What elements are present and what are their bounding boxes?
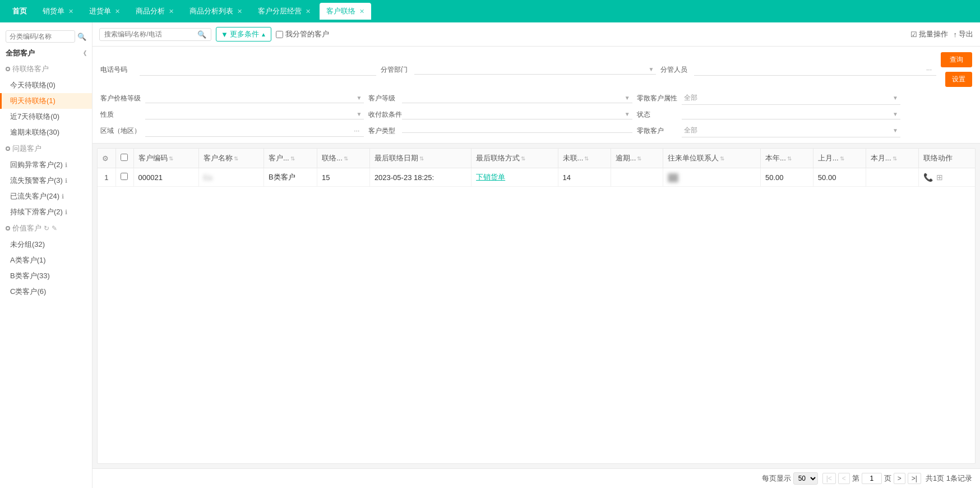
filter-customer-type: 客户类型 [368,126,632,136]
nav-product-list-close[interactable]: ✕ [237,8,242,15]
sidebar-item-class-c[interactable]: C类客户(6) [0,284,92,300]
table-row: 1 000021 Ea B类客户 15 2023-05-23 18:25: 下销… [98,168,975,187]
nav-product-analysis-close[interactable]: ✕ [169,8,174,15]
action-phone-icon[interactable]: 📞 [923,173,933,182]
last-page-btn[interactable]: >| [908,473,921,484]
search-input[interactable] [104,30,195,38]
nav-purchase-close[interactable]: ✕ [115,8,120,15]
customer-level-select[interactable]: ▼ [402,93,632,103]
filter-more-btn[interactable]: ▼ 更多条件 ▲ [216,27,271,42]
nav-purchase[interactable]: 进货单 ✕ [82,3,127,20]
sidebar-item-repurchase[interactable]: 回购异常客户(2) ℹ [0,157,92,173]
dept-select[interactable]: ▼ [414,65,657,75]
sidebar-item-churn-warning[interactable]: 流失预警客户(3) ℹ [0,173,92,188]
action-more-icon[interactable]: ⊞ [936,173,943,182]
sort-contacts-icon[interactable]: ⇅ [344,155,348,162]
page-input[interactable] [862,473,882,484]
retail-customer-select[interactable]: 全部 ▼ [682,124,900,137]
sort-year-icon[interactable]: ⇅ [787,155,792,162]
nav-product-analysis[interactable]: 商品分析 ✕ [129,3,181,20]
cell-this-month [866,168,918,187]
nav-customer-contact-close[interactable]: ✕ [359,8,364,15]
customer-type-input[interactable] [402,129,632,133]
first-page-btn[interactable]: |< [822,473,836,484]
cell-this-year: 50.00 [760,168,813,187]
sidebar-item-week-pending[interactable]: 近7天待联络(0) [0,109,92,125]
nav-sales[interactable]: 销货单 ✕ [36,3,80,20]
sort-method-icon[interactable]: ⇅ [521,155,525,162]
th-not-contacted: 未联...⇅ [558,149,611,168]
sort-name-icon[interactable]: ⇅ [234,155,238,162]
export-btn[interactable]: ↑ 导出 [954,29,974,39]
sidebar-all-customers[interactable]: 全部客户 《 [0,46,92,61]
sidebar-item-ungroup[interactable]: 未分组(32) [0,237,92,252]
nav-customer-tier[interactable]: 客户分层经营 ✕ [251,3,317,20]
sort-tm-icon[interactable]: ⇅ [893,155,897,162]
phone-input[interactable] [140,64,376,76]
sort-type-icon[interactable]: ⇅ [290,155,295,162]
cell-no: 1 [98,168,115,187]
payment-select[interactable]: ▼ [402,109,632,119]
export-icon: ↑ [954,30,958,39]
th-checkbox [115,149,133,168]
cell-last-month: 50.00 [813,168,866,187]
my-customers-check[interactable] [276,31,283,38]
filter-row-2: 客户价格等级 ▼ 客户等级 ▼ 零散客户属性 全部 [100,91,972,105]
sort-date-icon[interactable]: ⇅ [419,155,424,162]
nav-home[interactable]: 首页 [6,3,34,20]
retail-attr-select[interactable]: 全部 ▼ [682,91,900,105]
sidebar-search-area: 🔍 [0,27,92,46]
nav-customer-tier-close[interactable]: ✕ [306,8,311,15]
filter-icon: ▼ [221,30,228,39]
per-page-select[interactable]: 50 [793,472,818,485]
select-all-checkbox[interactable] [121,154,128,161]
batch-operate-btn[interactable]: ☑ 批量操作 [910,29,948,39]
edit-icon[interactable]: ✎ [52,224,57,232]
region-input-area: ··· [145,125,364,137]
cell-type: B类客户 [264,168,317,187]
sort-code-icon[interactable]: ⇅ [169,155,173,162]
status-select[interactable]: ▼ [682,109,900,119]
sidebar-search-icon[interactable]: 🔍 [77,33,86,41]
grade-select[interactable]: ▼ [145,93,364,103]
cell-code: 000021 [133,168,198,187]
row-checkbox[interactable] [121,173,128,180]
sidebar-item-declining[interactable]: 持续下滑客户(2) ℹ [0,204,92,220]
footer-total: 共1页 1条记录 [926,473,972,484]
sidebar-search-input[interactable] [6,30,75,43]
nav-customer-contact[interactable]: 客户联络 ✕ [320,3,371,20]
manager-dots-icon[interactable]: ··· [924,66,934,73]
sort-unit-icon[interactable]: ⇅ [720,155,724,162]
filter-row-4: 区域（地区） ··· 客户类型 零散客户 全部 ▼ [100,124,972,137]
filter-manager: 分管人员 ··· [660,64,936,76]
column-settings-icon[interactable]: ⚙ [102,154,109,163]
nav-product-list[interactable]: 商品分析列表 ✕ [183,3,249,20]
region-dots-icon[interactable]: ··· [352,127,362,135]
info-icon-repurchase: ℹ [65,162,67,169]
contact-method-link[interactable]: 下销货单 [476,173,505,181]
sidebar-item-today-pending[interactable]: 今天待联络(0) [0,77,92,93]
th-name: 客户名称⇅ [198,149,264,168]
query-btn[interactable]: 查询 [941,52,972,67]
sidebar-item-class-b[interactable]: B类客户(33) [0,268,92,284]
filter-row-3: 性质 ▼ 收付款条件 ▼ 状态 [100,109,972,119]
sidebar-group-problem: 问题客户 [0,140,92,157]
my-customers-checkbox[interactable]: 我分管的客户 [276,29,329,39]
cell-action: 📞 ⊞ [918,168,975,187]
next-page-btn[interactable]: > [894,473,905,484]
nature-select[interactable]: ▼ [145,109,364,119]
sidebar-item-tomorrow-pending[interactable]: 明天待联络(1) [0,93,92,109]
sort-lm-icon[interactable]: ⇅ [840,155,844,162]
setting-btn[interactable]: 设置 [945,72,972,87]
sort-nc-icon[interactable]: ⇅ [584,155,589,162]
nav-sales-close[interactable]: ✕ [68,8,73,15]
search-icon[interactable]: 🔍 [197,30,206,39]
prev-page-btn[interactable]: < [838,473,850,484]
sidebar-item-churned[interactable]: 已流失客户(24) ℹ [0,188,92,204]
sort-overdue-icon[interactable]: ⇅ [637,155,641,162]
th-this-month: 本月...⇅ [866,149,918,168]
table-area: ⚙ 客户编码⇅ 客户名称⇅ 客户...⇅ [97,148,976,464]
sidebar-item-class-a[interactable]: A类客户(1) [0,252,92,268]
sidebar-item-overdue[interactable]: 逾期未联络(30) [0,125,92,140]
refresh-icon[interactable]: ↻ [44,224,49,232]
